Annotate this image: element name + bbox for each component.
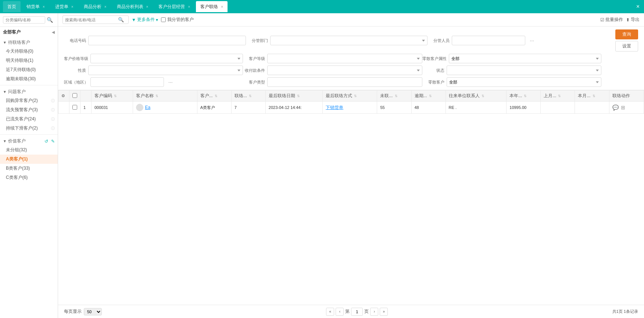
col-not-contact[interactable]: 未联... ⇅ xyxy=(377,91,411,102)
close-customer-contact-tab[interactable]: × xyxy=(221,5,223,9)
page-size-select[interactable]: 20 50 100 200 xyxy=(84,308,102,315)
col-overdue[interactable]: 逾期... ⇅ xyxy=(411,91,446,102)
sidebar-item-today[interactable]: 今天待联络(0) xyxy=(0,47,58,56)
close-sales-tab[interactable]: × xyxy=(43,5,45,9)
phone-input[interactable] xyxy=(88,36,246,45)
first-page-btn[interactable]: « xyxy=(326,308,334,316)
sidebar-item-declining[interactable]: 持续下滑客户(2) ⓘ xyxy=(0,124,58,133)
main-search-input[interactable] xyxy=(65,18,117,22)
sidebar-item-c-class[interactable]: C类客户(6) xyxy=(0,173,58,182)
sidebar-item-churn-warning[interactable]: 流失预警客户(3) ⓘ xyxy=(0,105,58,114)
close-customer-seg-tab[interactable]: × xyxy=(188,5,190,9)
edit-value-group-icon[interactable]: ✎ xyxy=(51,139,55,144)
col-last-contact-method[interactable]: 最后联络方式 ⇅ xyxy=(323,91,377,102)
pay-select[interactable] xyxy=(267,66,422,75)
nature-select[interactable] xyxy=(88,66,243,75)
my-customer-checkbox[interactable] xyxy=(161,17,166,22)
region-input[interactable] xyxy=(90,77,164,87)
dept-label: 分管部门 xyxy=(246,38,268,43)
col-type[interactable]: 客户... ⇅ xyxy=(197,91,231,102)
type-input[interactable] xyxy=(267,77,422,87)
table-checkbox-col[interactable] xyxy=(69,91,80,102)
close-all-tabs[interactable]: × xyxy=(636,3,640,10)
row-name[interactable]: Ea xyxy=(133,102,197,114)
my-customer-checkbox-area[interactable]: 我分管的客户 xyxy=(161,17,194,23)
sidebar-item-b-class[interactable]: B类客户(33) xyxy=(0,164,58,173)
col-contact[interactable]: 联络... ⇅ xyxy=(231,91,265,102)
page-size-label: 每页显示 xyxy=(64,308,82,315)
customer-name-link[interactable]: Ea xyxy=(145,105,150,110)
tab-customer-seg[interactable]: 客户分层经营 × xyxy=(154,1,194,12)
col-this-year[interactable]: 本年... ⇅ xyxy=(507,91,541,102)
sidebar-item-7days[interactable]: 近7天待联络(0) xyxy=(0,65,58,74)
filter-row-1: 电话号码 分管部门 分管人员 ··· 查询 设置 xyxy=(64,29,638,52)
row-this-year: 10995.00 xyxy=(507,102,541,114)
row-select-checkbox[interactable] xyxy=(72,105,77,110)
batch-op-btn[interactable]: ☑ 批量操作 xyxy=(600,17,623,23)
close-goods-analysis-tab[interactable]: × xyxy=(104,5,107,9)
top-nav: 首页 销货单 × 进货单 × 商品分析 × 商品分析列表 × 客户分层经营 × … xyxy=(0,0,644,13)
prev-page-btn[interactable]: ‹ xyxy=(336,308,344,316)
sidebar-item-ungrouped[interactable]: 未分组(32) xyxy=(0,145,58,155)
grade-select[interactable] xyxy=(267,54,422,63)
table-settings-col[interactable]: ⚙ xyxy=(58,91,69,102)
col-last-month[interactable]: 上月... ⇅ xyxy=(541,91,575,102)
col-visit-contact[interactable]: 往来单位联系人 ⇅ xyxy=(446,91,507,102)
row-overdue: 48 xyxy=(411,102,446,114)
col-name[interactable]: 客户名称 ⇅ xyxy=(133,91,197,102)
person-dots-btn[interactable]: ··· xyxy=(527,37,536,44)
status-select[interactable] xyxy=(447,66,601,75)
sidebar-item-a-class[interactable]: A类客户(1) xyxy=(0,155,58,164)
row-checkbox[interactable] xyxy=(69,102,80,114)
close-goods-list-tab[interactable]: × xyxy=(146,5,149,9)
retail-label: 零散客户 xyxy=(422,80,444,85)
col-this-month[interactable]: 本月... ⇅ xyxy=(575,91,609,102)
row-not-contact: 55 xyxy=(377,102,411,114)
dept-select[interactable] xyxy=(270,36,428,45)
last-page-btn[interactable]: » xyxy=(380,308,388,316)
table-area[interactable]: ⚙ 客户编码 ⇅ 客户名称 ⇅ 客户... ⇅ xyxy=(58,90,644,305)
sidebar-item-tomorrow[interactable]: 明天待联络(1) xyxy=(0,56,58,65)
content-area: 🔍 ▼ 更多条件 ▾ 我分管的客户 ☑ 批量操作 ⬆ 导出 xyxy=(58,13,644,318)
page-number-input[interactable] xyxy=(351,308,363,316)
select-all-checkbox[interactable] xyxy=(72,93,77,98)
settings-button[interactable]: 设置 xyxy=(615,41,638,52)
next-page-btn[interactable]: › xyxy=(370,308,378,316)
sidebar-search-icon[interactable]: 🔍 xyxy=(47,17,53,23)
tab-customer-contact[interactable]: 客户联络 × xyxy=(196,1,228,12)
tab-sales[interactable]: 销货单 × xyxy=(22,1,49,12)
price-grade-label: 客户价格等级 xyxy=(64,56,88,61)
col-last-contact-date[interactable]: 最后联络日期 ⇅ xyxy=(265,91,322,102)
retail-attr-select[interactable]: 全部 xyxy=(449,54,601,63)
grid-action-icon[interactable]: ⊞ xyxy=(621,105,625,110)
row-type: A类客户 xyxy=(197,102,231,114)
tab-purchase[interactable]: 进货单 × xyxy=(51,1,78,12)
last-method-link[interactable]: 下销货单 xyxy=(326,105,343,110)
query-button[interactable]: 查询 xyxy=(615,29,638,39)
price-grade-select[interactable] xyxy=(90,54,243,63)
region-label: 区域（地区） xyxy=(64,80,88,85)
chat-action-icon[interactable]: 💬 xyxy=(612,105,619,110)
export-btn[interactable]: ⬆ 导出 xyxy=(626,17,640,23)
more-filters-btn[interactable]: ▼ 更多条件 ▾ xyxy=(132,17,158,23)
sidebar-item-churned[interactable]: 已流失客户(24) ⓘ xyxy=(0,114,58,124)
col-code[interactable]: 客户编码 ⇅ xyxy=(92,91,133,102)
region-dots-btn[interactable]: ··· xyxy=(166,78,175,86)
tab-goods-analysis[interactable]: 商品分析 × xyxy=(79,1,111,12)
row-last-method[interactable]: 下销货单 xyxy=(323,102,377,114)
refresh-value-group-icon[interactable]: ↺ xyxy=(44,139,48,144)
sidebar-search-input[interactable] xyxy=(3,16,45,24)
sidebar-item-repurchase-abnormal[interactable]: 回购异常客户(2) ⓘ xyxy=(0,96,58,105)
sort-overdue-icon: ⇅ xyxy=(429,94,432,98)
tab-home[interactable]: 首页 xyxy=(3,1,21,12)
all-customers-header[interactable]: 全部客户 ◀ xyxy=(0,27,58,38)
total-records: 共1页 1条记录 xyxy=(612,309,638,314)
filter-cell-retail-attr: 零散客户属性 全部 xyxy=(422,54,601,63)
close-purchase-tab[interactable]: × xyxy=(71,5,74,9)
retail-select[interactable]: 全部 xyxy=(447,77,601,87)
sidebar-item-overdue[interactable]: 逾期未联络(30) xyxy=(0,74,58,84)
person-input[interactable] xyxy=(452,36,525,45)
person-label: 分管人员 xyxy=(427,38,450,43)
main-search-icon[interactable]: 🔍 xyxy=(118,17,124,22)
tab-goods-list[interactable]: 商品分析列表 × xyxy=(112,1,153,12)
